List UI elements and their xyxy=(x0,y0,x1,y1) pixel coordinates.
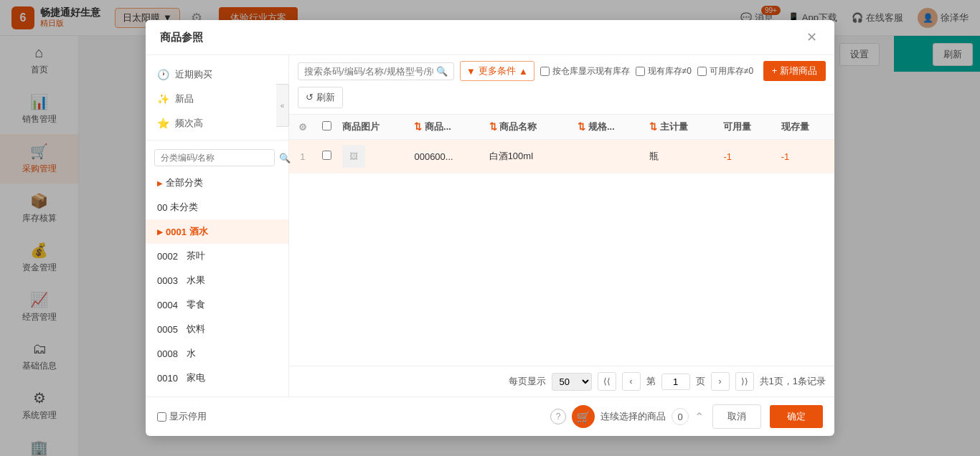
category-search-wrap: 🔍 xyxy=(146,145,288,171)
sort-icon-spec: ⇅ xyxy=(578,121,585,132)
modal-toolbar: 🔍 ▼ 更多条件 ▲ 按仓库显示现有库存 现有库存≠0 xyxy=(289,55,834,115)
star-icon: ⭐ xyxy=(157,118,169,129)
modal-right-panel: 🔍 ▼ 更多条件 ▲ 按仓库显示现有库存 现有库存≠0 xyxy=(289,55,834,396)
nonzero-stock-checkbox[interactable] xyxy=(636,67,645,76)
cat-0010[interactable]: 0010 家电 xyxy=(146,366,288,389)
row-name-cell: 白酒100ml xyxy=(485,140,574,174)
last-page-button[interactable]: ⟩⟩ xyxy=(735,372,754,391)
chevron-up-icon: ▲ xyxy=(519,66,528,77)
quick-recent[interactable]: 🕐 近期购买 xyxy=(146,62,288,87)
more-filter-button[interactable]: ▼ 更多条件 ▲ xyxy=(460,61,534,81)
modal-left-panel: 🕐 近期购买 ✨ 新品 ⭐ 频次高 🔍 ▶ xyxy=(146,55,289,396)
first-page-button[interactable]: ⟨⟨ xyxy=(598,372,616,391)
refresh-table-button[interactable]: ↺ 刷新 xyxy=(298,87,343,108)
filter-icon: ▼ xyxy=(466,66,476,77)
product-table: ⚙ 商品图片 ⇅ 商品... xyxy=(289,115,834,174)
show-disabled-filter[interactable]: 显示停用 xyxy=(157,410,207,423)
category-search-input[interactable] xyxy=(154,149,275,166)
next-page-button[interactable]: › xyxy=(711,372,730,391)
select-all-checkbox[interactable] xyxy=(322,121,331,130)
cart-area: ? 🛒 连续选择的商品 0 ⌃ xyxy=(550,405,704,428)
chevron-left-icon: « xyxy=(281,102,285,110)
product-search-wrap: 🔍 xyxy=(298,62,454,80)
row-available-cell: -1 xyxy=(719,140,776,174)
col-stock-header: 现存量 xyxy=(777,115,834,140)
cat-0001[interactable]: ▶ 0001 酒水 xyxy=(146,219,288,244)
cat-0004[interactable]: 0004 零食 xyxy=(146,293,288,317)
modal-body: 🕐 近期购买 ✨ 新品 ⭐ 频次高 🔍 ▶ xyxy=(146,55,834,396)
nonzero-stock-filter[interactable]: 现有库存≠0 xyxy=(636,65,692,77)
col-available-header: 可用量 xyxy=(719,115,776,140)
cat-all[interactable]: ▶ 全部分类 xyxy=(146,171,288,195)
page-size-select[interactable]: 50 10 20 100 xyxy=(552,373,592,391)
modal-footer: 显示停用 ? 🛒 连续选择的商品 0 ⌃ 取消 确定 xyxy=(146,396,834,436)
cat-search-icon[interactable]: 🔍 xyxy=(279,153,291,163)
product-search-input[interactable] xyxy=(304,66,433,77)
modal-overlay: 商品参照 ✕ 🕐 近期购买 ✨ 新品 ⭐ 频次高 xyxy=(0,0,980,456)
new-icon: ✨ xyxy=(157,93,169,105)
cat-0002[interactable]: 0002 茶叶 xyxy=(146,244,288,268)
table-header-row: ⚙ 商品图片 ⇅ 商品... xyxy=(289,115,834,140)
search-icon[interactable]: 🔍 xyxy=(436,66,448,77)
sort-icon-name: ⇅ xyxy=(489,121,497,132)
cat-arrow-icon: ▶ xyxy=(157,179,163,187)
available-nonzero-filter[interactable]: 可用库存≠0 xyxy=(697,65,753,77)
available-nonzero-checkbox[interactable] xyxy=(697,67,707,76)
cat-0008[interactable]: 0008 水 xyxy=(146,341,288,366)
sort-icon: ⇅ xyxy=(414,121,422,132)
product-image: 🖼 xyxy=(342,145,365,168)
divider xyxy=(146,140,288,141)
add-product-button[interactable]: + 新增商品 xyxy=(763,61,826,81)
col-code-header[interactable]: ⇅ 商品... xyxy=(410,115,484,140)
modal-title: 商品参照 xyxy=(160,31,203,44)
cat-arrow-active-icon: ▶ xyxy=(157,228,163,236)
quick-new[interactable]: ✨ 新品 xyxy=(146,87,288,111)
cat-0003[interactable]: 0003 水果 xyxy=(146,268,288,293)
row-spec-cell xyxy=(573,140,645,174)
row-settings: 1 xyxy=(289,140,316,174)
modal-header: 商品参照 ✕ xyxy=(146,20,834,55)
cart-count: 0 xyxy=(672,408,689,425)
help-icon[interactable]: ? xyxy=(550,409,566,424)
cancel-button[interactable]: 取消 xyxy=(712,404,761,429)
warehouse-stock-checkbox[interactable] xyxy=(540,67,550,76)
recent-icon: 🕐 xyxy=(157,69,169,80)
warehouse-stock-filter[interactable]: 按仓库显示现有库存 xyxy=(540,65,630,77)
category-list: ▶ 全部分类 00 未分类 ▶ 0001 酒水 0002 茶叶 xyxy=(146,171,288,389)
col-select-all xyxy=(316,115,338,140)
row-checkbox[interactable] xyxy=(322,151,331,160)
pagination: 每页显示 50 10 20 100 ⟨⟨ ‹ 第 页 › ⟩⟩ 共1页，1条记录 xyxy=(289,366,834,396)
row-unit-cell: 瓶 xyxy=(645,140,719,174)
col-settings: ⚙ xyxy=(289,115,316,140)
cart-collapse-icon[interactable]: ⌃ xyxy=(694,410,704,424)
col-unit-header[interactable]: ⇅ 主计量 xyxy=(645,115,719,140)
show-disabled-checkbox[interactable] xyxy=(157,412,166,422)
row-checkbox-cell xyxy=(316,140,338,174)
table-row[interactable]: 1 🖼 000600... 白酒100ml 瓶 xyxy=(289,140,834,174)
row-code-cell: 000600... xyxy=(410,140,484,174)
cat-00[interactable]: 00 未分类 xyxy=(146,195,288,219)
page-number-input[interactable] xyxy=(661,374,690,390)
sort-icon-unit: ⇅ xyxy=(649,121,657,132)
product-reference-modal: 商品参照 ✕ 🕐 近期购买 ✨ 新品 ⭐ 频次高 xyxy=(146,20,834,436)
row-img-cell: 🖼 xyxy=(338,140,410,174)
cart-icon[interactable]: 🛒 xyxy=(572,405,595,428)
col-spec-header[interactable]: ⇅ 规格... xyxy=(573,115,645,140)
col-name-header[interactable]: ⇅ 商品名称 xyxy=(485,115,574,140)
cart-label: 连续选择的商品 xyxy=(600,410,666,423)
row-stock-cell: -1 xyxy=(777,140,834,174)
cat-0005[interactable]: 0005 饮料 xyxy=(146,317,288,341)
confirm-button[interactable]: 确定 xyxy=(770,405,823,428)
collapse-panel-button[interactable]: « xyxy=(276,84,289,127)
col-img-header: 商品图片 xyxy=(338,115,410,140)
product-table-wrap: ⚙ 商品图片 ⇅ 商品... xyxy=(289,115,834,366)
quick-frequent[interactable]: ⭐ 频次高 xyxy=(146,111,288,136)
prev-page-button[interactable]: ‹ xyxy=(622,372,641,391)
close-icon[interactable]: ✕ xyxy=(803,29,820,46)
